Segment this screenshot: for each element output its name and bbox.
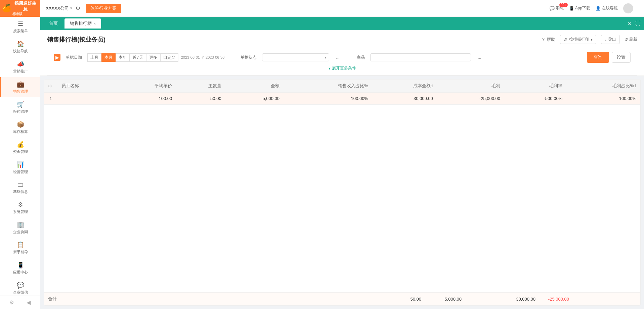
sidebar-item-inventory[interactable]: 📦 库存核算 — [0, 117, 40, 138]
sidebar-item-label: 应用中心 — [13, 270, 28, 275]
purchase-icon: 🛒 — [17, 101, 24, 108]
company-name: XXXXX公司 — [46, 5, 69, 11]
filter-toggle-button[interactable]: ▶ — [54, 54, 60, 61]
table-wrapper: ⚙ 员工名称 平均单价 主数量 全额 销售收入占比% 成本全额ℹ 毛利 — [44, 80, 640, 305]
guide-icon: 📋 — [17, 241, 24, 249]
message-icon: 💬 — [550, 6, 555, 11]
sidebar-item-marketing[interactable]: 📣 营销推广 — [0, 57, 40, 77]
help-button[interactable]: ？ 帮助 — [541, 37, 555, 43]
col-sales-pct: 销售收入占比% — [284, 80, 372, 93]
app-name: 畅康通好生意 — [12, 1, 38, 12]
app-download-button[interactable]: 📱 App下载 — [569, 5, 590, 11]
sidebar-item-search[interactable]: ☰ 搜索菜单 — [0, 17, 40, 37]
tab-home[interactable]: 首页 — [44, 18, 63, 29]
settings-button[interactable]: 设置 — [612, 52, 631, 63]
date-btn-custom[interactable]: 自定义 — [160, 53, 178, 62]
sidebar-item-apps[interactable]: 📱 应用中心 — [0, 258, 40, 278]
sidebar-item-label: 营销推广 — [13, 69, 28, 74]
col-avg-price: 平均单价 — [117, 80, 176, 93]
enterprise-icon: 🏢 — [17, 221, 24, 228]
sidebar: 🍊 畅康通好生意 标准版 ☰ 搜索菜单 🏠 快捷导航 📣 营销推广 💼 销售管理… — [0, 0, 40, 309]
export-button[interactable]: ↓ 导出 — [601, 35, 620, 44]
company-dropdown-icon: ▾ — [70, 6, 72, 10]
app-download-label: App下载 — [575, 5, 590, 11]
sidebar-item-label: 搜索菜单 — [13, 29, 28, 34]
filter-row-1: ▶ 单据日期 上月 本月 本年 近7天 更多 自定义 2023-06-01 至 … — [54, 52, 631, 63]
cost-info-icon[interactable]: ℹ — [431, 84, 433, 88]
sidebar-settings-button[interactable]: ⚙ — [9, 299, 14, 306]
table-area: ⚙ 员工名称 平均单价 主数量 全额 销售收入占比% 成本全额ℹ 毛利 — [44, 79, 641, 306]
online-service-button[interactable]: 👤 在线客服 — [596, 5, 618, 11]
cell-gross: -25,000.00 — [437, 93, 504, 105]
col-gross-pct: 毛利占比%ℹ — [566, 80, 640, 93]
sidebar-item-label: 基础信息 — [13, 189, 28, 194]
message-badge: 99+ — [559, 3, 568, 7]
sidebar-collapse-button[interactable]: ◀ — [27, 299, 31, 306]
sidebar-item-quick-nav[interactable]: 🏠 快捷导航 — [0, 37, 40, 57]
sidebar-item-sales[interactable]: 💼 销售管理 — [0, 77, 40, 97]
sidebar-item-label: 快捷导航 — [13, 49, 28, 54]
date-btn-this-month[interactable]: 本月 — [101, 53, 116, 62]
cell-avg-price: 100.00 — [117, 93, 176, 105]
cell-name — [57, 93, 117, 105]
expand-row: ▾ 展开更多条件 — [54, 63, 631, 71]
cell-amount: 5,000.00 — [225, 93, 284, 105]
goods-input[interactable] — [370, 53, 471, 61]
date-btn-more[interactable]: 更多 — [146, 53, 160, 62]
quick-nav-icon: 🏠 — [17, 40, 24, 48]
sidebar-item-system[interactable]: ⚙ 系统管理 — [0, 198, 40, 218]
date-btn-last-month[interactable]: 上月 — [87, 53, 101, 62]
company-selector[interactable]: XXXXX公司 ▾ — [46, 5, 72, 11]
apps-icon: 📱 — [17, 261, 24, 269]
sidebar-item-label: 系统管理 — [13, 209, 28, 214]
col-amount: 全额 — [225, 80, 284, 93]
print-arrow-icon: ▾ — [591, 37, 593, 42]
query-button[interactable]: 查询 — [587, 52, 609, 63]
avatar[interactable] — [623, 3, 633, 13]
expand-more-button[interactable]: ▾ 展开更多条件 — [329, 65, 356, 71]
sidebar-footer: ⚙ ◀ — [0, 296, 40, 309]
date-range-text: 2023-06-01 至 2023-06-30 — [181, 55, 225, 60]
message-button[interactable]: 💬 消息 99+ — [550, 5, 564, 11]
tabbar: 首页 销售排行榜 × ✕ ⛶ — [40, 17, 644, 30]
col-name: 员工名称 — [57, 80, 117, 93]
more-filter-button[interactable]: ... — [335, 54, 341, 61]
page-actions: ？ 帮助 🖨 按模板打印 ▾ ↓ 导出 ↺ 刷新 — [541, 35, 637, 44]
print-button[interactable]: 🖨 按模板打印 ▾ — [560, 35, 596, 44]
date-btn-7days[interactable]: 近7天 — [130, 53, 146, 62]
app-logo: 🍊 畅康通好生意 标准版 — [0, 0, 40, 17]
refresh-button[interactable]: ↺ 刷新 — [625, 37, 637, 42]
cell-sales-pct: 100.00% — [284, 93, 372, 105]
col-cost: 成本全额ℹ — [372, 80, 437, 93]
status-select[interactable]: 全部 待审核 已审核 已作废 — [262, 53, 329, 61]
trial-button[interactable]: 体验行业方案 — [86, 4, 121, 13]
sidebar-item-basics[interactable]: 🗃 基础信息 — [0, 178, 40, 198]
window-close-button[interactable]: ✕ — [628, 20, 632, 27]
column-settings-icon[interactable]: ⚙ — [48, 84, 52, 89]
help-icon: ？ — [541, 37, 546, 43]
col-gross: 毛利 — [437, 80, 504, 93]
filter-bar: ▶ 单据日期 上月 本月 本年 近7天 更多 自定义 2023-06-01 至 … — [47, 48, 637, 75]
table-header-row: ⚙ 员工名称 平均单价 主数量 全额 销售收入占比% 成本全额ℹ 毛利 — [44, 80, 640, 93]
sidebar-item-finance[interactable]: 💰 资金管理 — [0, 138, 40, 158]
sidebar-item-wechat[interactable]: 💬 企业微信 — [0, 278, 40, 296]
sidebar-item-operations[interactable]: 📊 经营管理 — [0, 158, 40, 178]
page-title: 销售排行榜(按业务员) — [47, 36, 105, 44]
app-download-icon: 📱 — [569, 6, 574, 11]
sidebar-item-purchase[interactable]: 🛒 采购管理 — [0, 97, 40, 117]
window-maximize-button[interactable]: ⛶ — [635, 20, 641, 27]
tab-sales-ranking[interactable]: 销售排行榜 × — [65, 18, 101, 29]
table-scroll[interactable]: ⚙ 员工名称 平均单价 主数量 全额 销售收入占比% 成本全额ℹ 毛利 — [44, 80, 640, 292]
footer-cost: 30,000.00 — [502, 297, 542, 302]
sidebar-item-guide[interactable]: 📋 新手引导 — [0, 238, 40, 258]
goods-more-button[interactable]: ... — [476, 54, 482, 61]
sidebar-item-label: 资金管理 — [13, 149, 28, 154]
page-content: 销售排行榜(按业务员) ？ 帮助 🖨 按模板打印 ▾ ↓ 导出 — [40, 30, 644, 309]
finance-icon: 💰 — [17, 141, 24, 148]
tab-close-button[interactable]: × — [94, 21, 96, 25]
sidebar-item-enterprise[interactable]: 🏢 企业协同 — [0, 218, 40, 238]
date-btn-this-year[interactable]: 本年 — [116, 53, 130, 62]
sidebar-nav: ☰ 搜索菜单 🏠 快捷导航 📣 营销推广 💼 销售管理 🛒 采购管理 📦 库存核… — [0, 17, 40, 296]
gross-pct-info-icon[interactable]: ℹ — [635, 84, 636, 88]
settings-icon[interactable]: ⚙ — [76, 5, 80, 11]
